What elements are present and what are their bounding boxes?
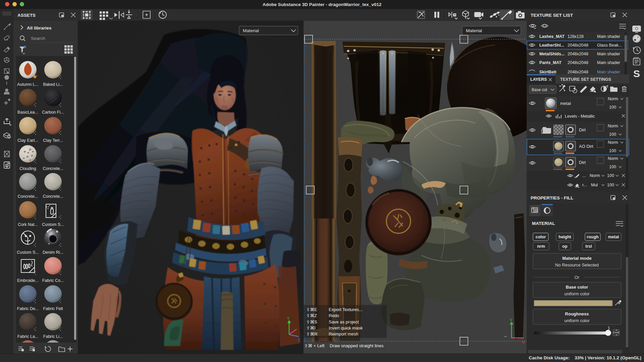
svg-text:Save as project: Save as project (329, 319, 359, 324)
svg-text:TEXTURE SET LIST: TEXTURE SET LIST (531, 13, 573, 18)
svg-text:⇧⌘R: ⇧⌘R (306, 331, 317, 337)
svg-text:Main shader: Main shader (597, 70, 620, 74)
svg-text:Clay Terr...: Clay Terr... (43, 138, 63, 143)
svg-text:Concrete...: Concrete... (43, 194, 63, 199)
svg-text:Cork Nat...: Cork Nat... (18, 222, 38, 227)
svg-text:Invert quick mask: Invert quick mask (329, 325, 363, 330)
svg-text:Embroide...: Embroide... (17, 278, 39, 283)
svg-text:100: 100 (609, 165, 616, 169)
svg-text:V: V (510, 318, 512, 322)
svg-text:No Resource Selected: No Resource Selected (555, 262, 599, 267)
svg-text:Reimport mesh: Reimport mesh (329, 331, 358, 337)
svg-text:S: S (633, 68, 640, 79)
svg-text:Or: Or (575, 275, 580, 280)
svg-text:uniform color: uniform color (564, 291, 590, 296)
svg-text:Y: Y (287, 316, 289, 320)
svg-text:Norm: Norm (608, 124, 618, 128)
svg-text:op: op (562, 244, 568, 249)
svg-text:MATERIAL: MATERIAL (532, 221, 555, 226)
svg-text:100: 100 (607, 173, 614, 178)
svg-text:Norm: Norm (608, 140, 618, 145)
svg-text:uniform color: uniform color (564, 318, 590, 323)
svg-text:Main shader: Main shader (597, 34, 620, 39)
svg-text:Main shader: Main shader (597, 60, 620, 65)
svg-text:U: U (522, 340, 525, 344)
svg-text:2048x2048: 2048x2048 (568, 52, 588, 56)
svg-text:SkirtBelt: SkirtBelt (539, 70, 556, 74)
svg-text:Base color: Base color (566, 285, 588, 290)
svg-text:Fabric Felt: Fabric Felt (43, 306, 63, 311)
svg-text:Lashes_MAT: Lashes_MAT (539, 34, 565, 39)
svg-text:Denim Ri...: Denim Ri... (43, 250, 63, 255)
svg-text:Material: Material (243, 28, 259, 33)
svg-text:Dirt: Dirt (579, 127, 586, 132)
svg-text:color: color (536, 235, 546, 239)
svg-text:trsl: trsl (585, 244, 592, 249)
svg-text:1: 1 (544, 25, 546, 28)
svg-text:2048x2048: 2048x2048 (568, 70, 588, 74)
svg-text:nrm: nrm (537, 244, 545, 249)
svg-text:height: height (558, 235, 571, 239)
svg-text:...: ... (582, 173, 586, 178)
svg-text:Z: Z (298, 338, 300, 342)
svg-text:Concrete...: Concrete... (43, 166, 63, 171)
svg-text:BasicLea...: BasicLea... (17, 110, 38, 115)
svg-text:metal: metal (608, 235, 619, 239)
svg-text:AO Dirt: AO Dirt (579, 144, 593, 149)
svg-text:Concrete...: Concrete... (17, 194, 38, 199)
svg-text:Dirt: Dirt (579, 160, 586, 165)
svg-text:Clouding: Clouding (19, 166, 36, 171)
svg-text:Material mode: Material mode (562, 256, 591, 261)
svg-text:Norm: Norm (590, 173, 600, 178)
svg-text:⇧⌘E: ⇧⌘E (306, 307, 317, 312)
svg-text:Fabric Co...: Fabric Co... (42, 278, 64, 283)
svg-text:metal: metal (560, 101, 571, 106)
svg-text:2048x2048: 2048x2048 (568, 60, 588, 65)
svg-text:Norm: Norm (608, 156, 618, 161)
svg-text:ASSETS: ASSETS (17, 13, 36, 18)
svg-text:Fabric De...: Fabric De... (17, 306, 39, 311)
svg-text:TEXTURE SET SETTINGS: TEXTURE SET SETTINGS (560, 77, 611, 82)
svg-text:Mul: Mul (591, 183, 598, 187)
svg-text:2048x2048: 2048x2048 (568, 43, 588, 48)
svg-text:1: 1 (608, 326, 610, 330)
svg-text:Glass Beak...: Glass Beak... (597, 43, 622, 48)
svg-text:LAYERS: LAYERS (530, 77, 547, 82)
svg-text:rough: rough (587, 235, 598, 239)
svg-text:Roughness: Roughness (565, 311, 589, 316)
svg-text:MetalShlds...: MetalShlds... (539, 52, 565, 56)
svg-text:Draw snapped straight lines: Draw snapped straight lines (330, 343, 384, 348)
svg-text:100: 100 (607, 183, 614, 187)
svg-text:128x128: 128x128 (568, 34, 584, 39)
svg-text:⇧⌘S: ⇧⌘S (306, 319, 317, 324)
svg-text:Pants_MAT: Pants_MAT (539, 60, 562, 65)
svg-text:All libraries: All libraries (27, 25, 52, 31)
svg-text:⇧⌘Z: ⇧⌘Z (306, 313, 317, 318)
svg-text:Carbon Fi...: Carbon Fi... (42, 110, 64, 115)
svg-text:Autumn L...: Autumn L... (17, 82, 39, 87)
svg-text:Base col: Base col (532, 87, 547, 92)
svg-text:Levels - Metallic: Levels - Metallic (565, 114, 595, 119)
svg-text:PROPERTIES - FILL: PROPERTIES - FILL (531, 195, 574, 200)
svg-text:Clay Eart...: Clay Eart... (17, 138, 38, 143)
svg-text:Fabric La...: Fabric La... (17, 334, 39, 339)
svg-text:Baked Li...: Baked Li... (43, 82, 63, 87)
svg-text:Fabric Li...: Fabric Li... (43, 334, 63, 339)
svg-text:Search: Search (31, 36, 45, 41)
svg-text:Material: Material (466, 28, 482, 33)
svg-text:100: 100 (609, 105, 616, 110)
svg-text:100: 100 (609, 132, 616, 137)
svg-text:Custom S...: Custom S... (17, 250, 39, 255)
svg-text:100: 100 (609, 148, 616, 153)
svg-text:Norm: Norm (608, 97, 618, 101)
svg-text:⇧⌘ + Left: ⇧⌘ + Left (304, 343, 325, 348)
svg-text:r...: r... (582, 183, 587, 187)
svg-text:Redo: Redo (329, 313, 339, 318)
svg-text:Export Textures...: Export Textures... (329, 307, 363, 312)
svg-text:Custom S...: Custom S... (42, 222, 64, 227)
svg-text:LeatherShl...: LeatherShl... (539, 43, 564, 48)
svg-text:Main shader: Main shader (597, 52, 620, 56)
svg-text:⇧⌘I: ⇧⌘I (306, 325, 316, 330)
